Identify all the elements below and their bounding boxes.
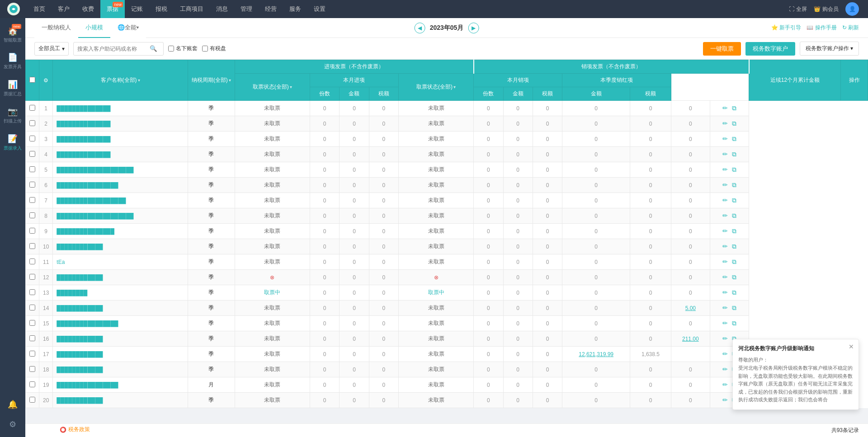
row-customer[interactable]: ████████████ <box>53 270 188 285</box>
row-checkbox[interactable] <box>29 397 35 403</box>
search-btn[interactable]: 🔍 <box>150 45 157 52</box>
tab-general-taxpayer[interactable]: 一般纳税人 <box>34 18 78 38</box>
row-customer[interactable]: ████████████████ <box>53 377 188 393</box>
tax-policy-link[interactable]: ⭕ 税务政策 <box>60 426 90 433</box>
tax-digital-operations-btn[interactable]: 税务数字账户操作 ▾ <box>800 42 859 56</box>
row-checkbox[interactable] <box>29 228 35 234</box>
column-settings-icon[interactable]: ⚙ <box>43 77 48 84</box>
copy-btn[interactable]: ⧉ <box>731 257 738 267</box>
copy-btn[interactable]: ⧉ <box>731 211 738 221</box>
has-taxpad-checkbox[interactable]: 有税盘 <box>202 45 226 52</box>
row-customer[interactable]: ██████████████ <box>53 101 188 116</box>
tab-small-scale[interactable]: 小规模 <box>78 18 110 38</box>
nav-invoice[interactable]: 票据 new <box>100 0 125 18</box>
one-click-fetch-btn[interactable]: 一键取票 <box>703 42 741 56</box>
row-checkbox[interactable] <box>29 366 35 372</box>
nav-manage[interactable]: 管理 <box>234 0 259 18</box>
nav-home[interactable]: 首页 <box>27 0 52 18</box>
sidebar-item-invoice-summary[interactable]: 📊 票据汇总 <box>1 76 24 101</box>
member-btn[interactable]: 👑 购会员 <box>814 5 839 13</box>
copy-btn[interactable]: ⧉ <box>731 180 738 190</box>
row-checkbox[interactable] <box>29 274 35 280</box>
nav-fee[interactable]: 收费 <box>76 0 100 18</box>
th-fetch-status-out[interactable]: 取票状态(全部)▾ <box>399 74 474 101</box>
prev-month-btn[interactable]: ◀ <box>415 23 425 33</box>
row-checkbox[interactable] <box>29 151 35 157</box>
row-checkbox[interactable] <box>29 289 35 295</box>
row-customer[interactable]: tEa <box>53 254 188 270</box>
row-checkbox[interactable] <box>29 305 35 310</box>
row-checkbox[interactable] <box>29 182 35 188</box>
nav-message[interactable]: 消息 <box>210 0 234 18</box>
row-customer[interactable]: ████████████████████ <box>53 162 188 178</box>
sidebar-item-invoice-entry[interactable]: 📝 票据录入 <box>1 130 24 155</box>
edit-btn[interactable]: ✏ <box>721 211 729 220</box>
sidebar-notification-btn[interactable]: 🔔 <box>1 396 24 413</box>
row-checkbox[interactable] <box>29 258 35 264</box>
copy-btn[interactable]: ⧉ <box>731 226 738 236</box>
app-logo[interactable] <box>5 0 23 18</box>
sidebar-item-invoice-open[interactable]: 📄 发票开具 <box>1 49 24 74</box>
edit-btn[interactable]: ✏ <box>721 180 729 189</box>
tax-digital-account-btn[interactable]: 税务数字账户 <box>745 42 795 56</box>
row-checkbox[interactable] <box>29 351 35 357</box>
row-customer[interactable]: ████████████ <box>53 393 188 408</box>
nav-commerce[interactable]: 工商项目 <box>174 0 210 18</box>
edit-btn[interactable]: ✏ <box>721 196 729 205</box>
row-checkbox[interactable] <box>29 335 35 341</box>
th-tax-period[interactable]: 纳税周期(全部)▾ <box>188 60 235 101</box>
fullscreen-btn[interactable]: ⛶ 全屏 <box>789 5 807 13</box>
edit-btn[interactable]: ✏ <box>721 288 729 297</box>
row-checkbox[interactable] <box>29 320 35 326</box>
my-accounts-checkbox[interactable]: 名下账套 <box>168 45 198 52</box>
edit-btn[interactable]: ✏ <box>721 303 729 312</box>
row-customer[interactable]: ████████████ <box>53 347 188 362</box>
copy-btn[interactable]: ⧉ <box>731 134 738 144</box>
new-guide-btn[interactable]: ⭐ 新手引导 <box>771 24 801 32</box>
refresh-btn[interactable]: ↻ 刷新 <box>842 24 859 32</box>
row-checkbox[interactable] <box>29 197 35 203</box>
edit-btn[interactable]: ✏ <box>721 150 729 159</box>
copy-btn[interactable]: ⧉ <box>731 288 738 297</box>
edit-btn[interactable]: ✏ <box>721 365 729 374</box>
row-checkbox[interactable] <box>29 136 35 141</box>
copy-btn[interactable]: ⧉ <box>731 319 738 328</box>
edit-btn[interactable]: ✏ <box>721 242 729 251</box>
edit-btn[interactable]: ✏ <box>721 257 729 266</box>
copy-btn[interactable]: ⧉ <box>731 103 738 113</box>
sidebar-item-smart-invoice[interactable]: new 🏠 智能取票 <box>1 23 24 47</box>
edit-btn[interactable]: ✏ <box>721 380 729 389</box>
row-checkbox[interactable] <box>29 166 35 172</box>
edit-btn[interactable]: ✏ <box>721 334 729 343</box>
row-checkbox[interactable] <box>29 120 35 126</box>
row-checkbox[interactable] <box>29 243 35 249</box>
select-all-checkbox[interactable] <box>29 77 35 83</box>
row-checkbox[interactable] <box>29 381 35 387</box>
row-customer[interactable]: ██████████████ <box>53 132 188 147</box>
employee-filter[interactable]: 全部员工 ▾ <box>34 42 69 56</box>
copy-btn[interactable]: ⧉ <box>731 273 738 282</box>
tab-all[interactable]: 🌐 全能 ▾ <box>110 18 146 38</box>
edit-btn[interactable]: ✏ <box>721 395 729 404</box>
manual-btn[interactable]: 📖 操作手册 <box>807 24 836 32</box>
nav-bookkeeping[interactable]: 记账 <box>125 0 149 18</box>
nav-tax[interactable]: 报税 <box>149 0 174 18</box>
row-customer[interactable]: ██████████████ <box>53 116 188 132</box>
sidebar-item-scan-upload[interactable]: 📷 扫描上传 <box>1 103 24 128</box>
row-customer[interactable]: ██████████████████ <box>53 193 188 208</box>
nav-operation[interactable]: 经营 <box>259 0 283 18</box>
row-customer[interactable]: ██████████████ <box>53 147 188 162</box>
nav-service[interactable]: 服务 <box>283 0 307 18</box>
edit-btn[interactable]: ✏ <box>721 349 729 358</box>
edit-btn[interactable]: ✏ <box>721 119 729 128</box>
row-customer[interactable]: ████████ <box>53 285 188 301</box>
sidebar-settings-btn[interactable]: ⚙ <box>1 416 24 432</box>
edit-btn[interactable]: ✏ <box>721 134 729 143</box>
row-customer[interactable]: ████████████████ <box>53 178 188 193</box>
copy-btn[interactable]: ⧉ <box>731 150 738 159</box>
nav-customer[interactable]: 客户 <box>52 0 76 18</box>
copy-btn[interactable]: ⧉ <box>731 303 738 313</box>
row-customer[interactable]: ████████████████████ <box>53 208 188 224</box>
th-customer[interactable]: 客户名称(全部)▾ <box>53 60 188 101</box>
next-month-btn[interactable]: ▶ <box>468 23 479 33</box>
